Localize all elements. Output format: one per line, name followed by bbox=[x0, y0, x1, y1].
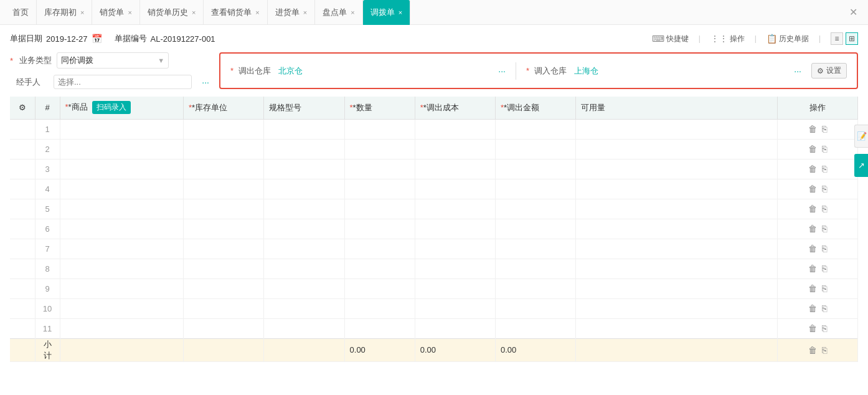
cell-amount[interactable] bbox=[496, 119, 576, 139]
delete-icon[interactable]: 🗑 bbox=[808, 283, 817, 293]
cell-product[interactable] bbox=[60, 259, 183, 278]
cell-spec[interactable] bbox=[264, 119, 344, 139]
cell-cost[interactable] bbox=[415, 278, 495, 298]
cell-unit[interactable] bbox=[183, 239, 263, 259]
tab-home[interactable]: 首页 bbox=[5, 0, 37, 25]
cell-unit[interactable] bbox=[183, 199, 263, 219]
cell-unit[interactable] bbox=[183, 298, 263, 318]
cell-amount[interactable] bbox=[496, 298, 576, 318]
cell-qty[interactable] bbox=[344, 139, 415, 159]
cell-product[interactable] bbox=[60, 318, 183, 338]
tab-inventory-init-close[interactable]: × bbox=[80, 9, 84, 16]
cell-amount[interactable] bbox=[496, 239, 576, 259]
cell-avail[interactable] bbox=[576, 179, 777, 199]
cell-qty[interactable] bbox=[344, 298, 415, 318]
cell-product[interactable] bbox=[60, 239, 183, 259]
cell-avail[interactable] bbox=[576, 278, 777, 298]
tab-sales-history[interactable]: 销货单历史 × bbox=[140, 0, 204, 25]
cell-amount[interactable] bbox=[496, 179, 576, 199]
cell-amount[interactable] bbox=[496, 318, 576, 338]
tab-inventory-init[interactable]: 库存期初 × bbox=[37, 0, 92, 25]
delete-icon[interactable]: 🗑 bbox=[808, 144, 817, 154]
delete-icon[interactable]: 🗑 bbox=[808, 244, 817, 254]
copy-icon[interactable]: ⎘ bbox=[822, 303, 827, 313]
cell-product[interactable] bbox=[60, 199, 183, 219]
cell-cost[interactable] bbox=[415, 199, 495, 219]
copy-icon[interactable]: ⎘ bbox=[822, 184, 827, 194]
cell-spec[interactable] bbox=[264, 259, 344, 278]
cell-product[interactable] bbox=[60, 139, 183, 159]
panel-note-button[interactable]: 📝 bbox=[854, 125, 868, 148]
cell-unit[interactable] bbox=[183, 219, 263, 239]
copy-icon[interactable]: ⎘ bbox=[822, 244, 827, 254]
cell-spec[interactable] bbox=[264, 139, 344, 159]
cell-cost[interactable] bbox=[415, 119, 495, 139]
cell-avail[interactable] bbox=[576, 318, 777, 338]
copy-icon[interactable]: ⎘ bbox=[822, 224, 827, 234]
cell-cost[interactable] bbox=[415, 239, 495, 259]
cell-spec[interactable] bbox=[264, 219, 344, 239]
cell-unit[interactable] bbox=[183, 119, 263, 139]
cell-avail[interactable] bbox=[576, 259, 777, 278]
transfer-in-value[interactable]: 上海仓 bbox=[574, 65, 598, 77]
cell-avail[interactable] bbox=[576, 219, 777, 239]
cell-avail[interactable] bbox=[576, 298, 777, 318]
tab-purchase-order-close[interactable]: × bbox=[303, 9, 307, 16]
cell-amount[interactable] bbox=[496, 259, 576, 278]
cell-spec[interactable] bbox=[264, 278, 344, 298]
copy-icon[interactable]: ⎘ bbox=[822, 144, 827, 154]
delete-icon[interactable]: 🗑 bbox=[808, 303, 817, 313]
cell-qty[interactable] bbox=[344, 199, 415, 219]
handler-more-icon[interactable]: ··· bbox=[202, 77, 209, 87]
cell-cost[interactable] bbox=[415, 298, 495, 318]
business-type-select[interactable]: 同价调拨 ▼ bbox=[57, 52, 169, 69]
tab-inventory-check-close[interactable]: × bbox=[351, 9, 354, 16]
copy-icon[interactable]: ⎘ bbox=[822, 164, 827, 174]
cell-qty[interactable] bbox=[344, 159, 415, 179]
cell-product[interactable] bbox=[60, 179, 183, 199]
copy-icon[interactable]: ⎘ bbox=[822, 323, 827, 333]
cell-unit[interactable] bbox=[183, 139, 263, 159]
cell-avail[interactable] bbox=[576, 119, 777, 139]
tab-view-sales-close[interactable]: × bbox=[255, 9, 259, 16]
subtotal-delete-icon[interactable]: 🗑 bbox=[808, 345, 817, 355]
th-gear[interactable]: ⚙ bbox=[10, 97, 35, 119]
cell-spec[interactable] bbox=[264, 159, 344, 179]
copy-icon[interactable]: ⎘ bbox=[822, 264, 827, 274]
handler-input[interactable] bbox=[54, 75, 192, 89]
cell-cost[interactable] bbox=[415, 139, 495, 159]
cell-cost[interactable] bbox=[415, 159, 495, 179]
cell-amount[interactable] bbox=[496, 278, 576, 298]
tab-view-sales[interactable]: 查看销货单 × bbox=[204, 0, 267, 25]
panel-expand-button[interactable]: ↗ bbox=[854, 154, 868, 177]
cell-avail[interactable] bbox=[576, 239, 777, 259]
delete-icon[interactable]: 🗑 bbox=[808, 224, 817, 234]
window-close-button[interactable]: ✕ bbox=[843, 2, 863, 22]
delete-icon[interactable]: 🗑 bbox=[808, 124, 817, 134]
scan-button[interactable]: 扫码录入 bbox=[92, 101, 131, 114]
cell-amount[interactable] bbox=[496, 159, 576, 179]
delete-icon[interactable]: 🗑 bbox=[808, 264, 817, 274]
cell-product[interactable] bbox=[60, 298, 183, 318]
cell-unit[interactable] bbox=[183, 318, 263, 338]
layout-grid-button[interactable]: ⊞ bbox=[846, 32, 858, 45]
cell-qty[interactable] bbox=[344, 179, 415, 199]
cell-cost[interactable] bbox=[415, 318, 495, 338]
cell-qty[interactable] bbox=[344, 219, 415, 239]
gear-settings-icon[interactable]: ⚙ bbox=[19, 103, 26, 112]
cell-unit[interactable] bbox=[183, 179, 263, 199]
copy-icon[interactable]: ⎘ bbox=[822, 283, 827, 293]
cell-qty[interactable] bbox=[344, 278, 415, 298]
cell-spec[interactable] bbox=[264, 318, 344, 338]
history-button[interactable]: 📋 历史单据 bbox=[767, 34, 809, 44]
cell-cost[interactable] bbox=[415, 259, 495, 278]
copy-icon[interactable]: ⎘ bbox=[822, 124, 827, 134]
cell-spec[interactable] bbox=[264, 199, 344, 219]
calendar-icon[interactable]: 📅 bbox=[92, 34, 102, 44]
cell-amount[interactable] bbox=[496, 199, 576, 219]
shortcut-key-button[interactable]: ⌨ 快捷键 bbox=[652, 34, 689, 44]
subtotal-copy-icon[interactable]: ⎘ bbox=[822, 345, 827, 355]
cell-qty[interactable] bbox=[344, 318, 415, 338]
settings-button[interactable]: ⚙ 设置 bbox=[811, 63, 847, 79]
tab-transfer-order-close[interactable]: × bbox=[399, 9, 402, 16]
